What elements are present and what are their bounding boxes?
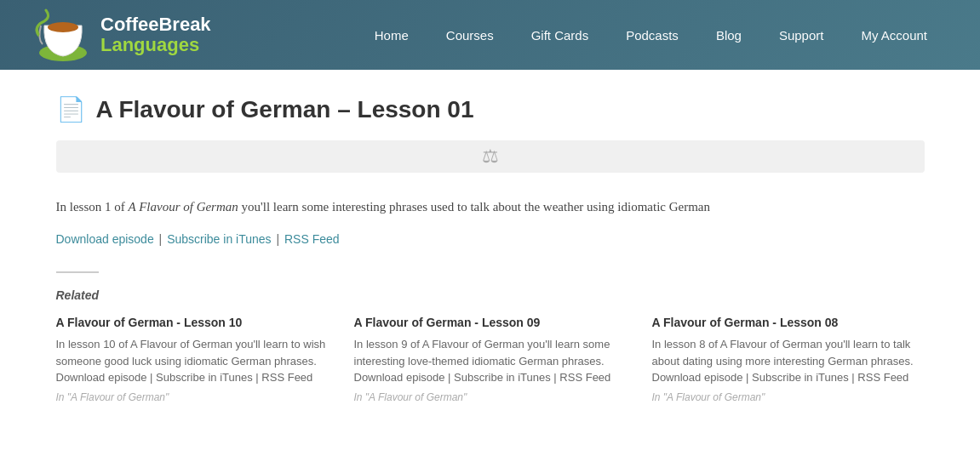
related-card-title-0: A Flavour of German - Lesson 10 [56,316,329,329]
related-card-2: A Flavour of German - Lesson 08 In lesso… [652,316,925,403]
related-label: Related [56,288,925,302]
nav-courses[interactable]: Courses [427,28,513,43]
related-card-category-0: In "A Flavour of German" [56,391,329,403]
nav-gift-cards[interactable]: Gift Cards [513,28,608,43]
separator-2: | [276,232,283,246]
lesson-description: In lesson 1 of A Flavour of German you'l… [56,197,925,217]
related-card-category-1: In "A Flavour of German" [354,391,627,403]
related-card-text-0: In lesson 10 of A Flavour of German you'… [56,336,329,386]
svg-point-1 [48,22,78,32]
page-title-row: 📄 A Flavour of German – Lesson 01 [56,95,925,123]
logo-link[interactable]: CoffeeBreak Languages [34,9,211,61]
plugin-icon: ⚖ [482,145,499,168]
subscribe-itunes-link[interactable]: Subscribe in iTunes [167,232,271,246]
download-episode-link[interactable]: Download episode [56,232,154,246]
separator-1: | [159,232,166,246]
logo-icon [34,9,92,61]
related-card-category-2: In "A Flavour of German" [652,391,925,403]
nav-blog[interactable]: Blog [697,28,760,43]
related-card-title-2: A Flavour of German - Lesson 08 [652,316,925,329]
main-nav: Home Courses Gift Cards Podcasts Blog Su… [356,28,946,43]
site-header: CoffeeBreak Languages Home Courses Gift … [0,0,980,70]
page-title: A Flavour of German – Lesson 01 [96,96,474,123]
audio-player-bar[interactable]: ⚖ [56,140,925,173]
related-card-1: A Flavour of German - Lesson 09 In lesso… [354,316,627,403]
document-icon: 📄 [56,95,86,123]
nav-my-account[interactable]: My Account [842,28,946,43]
related-grid: A Flavour of German - Lesson 10 In lesso… [56,316,925,403]
section-divider [56,271,99,273]
related-card-text-1: In lesson 9 of A Flavour of German you'l… [354,336,627,386]
rss-feed-link[interactable]: RSS Feed [284,232,340,246]
logo-text: CoffeeBreak Languages [100,14,211,55]
nav-support[interactable]: Support [760,28,843,43]
nav-home[interactable]: Home [356,28,427,43]
related-card-0: A Flavour of German - Lesson 10 In lesso… [56,316,329,403]
related-card-title-1: A Flavour of German - Lesson 09 [354,316,627,329]
nav-podcasts[interactable]: Podcasts [607,28,697,43]
main-content: 📄 A Flavour of German – Lesson 01 ⚖ In l… [22,70,959,437]
related-card-text-2: In lesson 8 of A Flavour of German you'l… [652,336,925,386]
links-row: Download episode | Subscribe in iTunes |… [56,232,925,246]
